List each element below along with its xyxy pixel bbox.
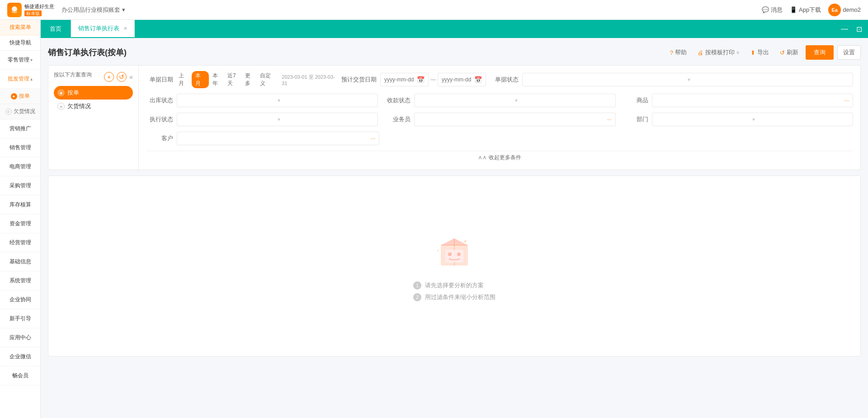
collapse-panel-btn[interactable]: «: [129, 73, 133, 81]
exec-status-label: 执行状态: [146, 115, 173, 124]
sidebar: 搜索菜单 快捷导航 零售管理 ▾ 批发管理 ▴ ● 按单 ○ 欠货情况 营销推广…: [0, 20, 41, 418]
salesperson-more-icon[interactable]: ···: [607, 116, 612, 123]
refresh-icon: ↺: [780, 49, 785, 56]
svg-text:✦: ✦: [463, 239, 467, 244]
shortcut-last-7-days[interactable]: 近7天: [226, 71, 241, 88]
collect-status-select[interactable]: ▾: [414, 94, 615, 107]
ship-status-select[interactable]: ▾: [177, 94, 378, 107]
maximize-btn[interactable]: ⊡: [854, 24, 864, 34]
tab-active[interactable]: 销售订单执行表 ×: [71, 20, 135, 38]
sub-label: 按单: [19, 92, 30, 100]
shortcut-last-month[interactable]: 上月: [177, 71, 190, 88]
goods-more-icon[interactable]: ···: [844, 97, 849, 104]
sidebar-item-retail[interactable]: 零售管理 ▾: [0, 51, 40, 70]
print-btn[interactable]: 🖨 按模板打印 ▾: [694, 47, 743, 58]
sidebar-item-system[interactable]: 系统管理: [0, 271, 40, 290]
empty-hint-2: 2 用过滤条件来缩小分析范围: [413, 293, 495, 301]
sidebar-item-label: 基础信息: [9, 258, 31, 266]
scheme-item-shortage[interactable]: ○ 欠货情况: [54, 100, 133, 113]
header-left: 畅捷通好生意 标准版 办公用品行业模拟账套 ▾: [7, 3, 129, 17]
refresh-scheme-btn[interactable]: ↺: [117, 72, 127, 82]
sidebar-item-basic-info[interactable]: 基础信息: [0, 252, 40, 271]
field-dept: 部门 ▾: [621, 113, 853, 126]
company-name: 办公用品行业模拟账套: [61, 6, 120, 14]
user-area[interactable]: Ea demo2: [828, 4, 861, 16]
sidebar-item-label: 新手引导: [9, 315, 31, 323]
sidebar-item-marketing[interactable]: 营销推广: [0, 119, 40, 138]
minimize-btn[interactable]: —: [839, 24, 850, 34]
sidebar-item-guide[interactable]: 新手引导: [0, 309, 40, 328]
tab-controls: — ⊡: [835, 20, 868, 38]
sidebar-item-wechat[interactable]: 企业微信: [0, 347, 40, 366]
help-btn[interactable]: ? 帮助: [666, 47, 690, 58]
query-button[interactable]: 查询: [806, 45, 834, 60]
export-btn[interactable]: ⬆ 导出: [747, 47, 773, 58]
ship-arrow-icon: ▾: [278, 97, 374, 104]
dept-arrow-icon: ▾: [752, 116, 849, 123]
app-icon: 📱: [790, 6, 797, 13]
sidebar-item-member[interactable]: 畅会员: [0, 366, 40, 385]
page-title-bar: 销售订单执行表(按单) ? 帮助 🖨 按模板打印 ▾ ⬆ 导出: [48, 45, 861, 60]
expected-date-from[interactable]: 📅: [380, 73, 429, 86]
customer-text-input[interactable]: [181, 135, 371, 142]
content-area: 首页 销售订单执行表 × — ⊡ 销售订单执行表(按单) ? 帮助: [41, 20, 868, 418]
sidebar-item-wholesale[interactable]: 批发管理 ▴: [0, 70, 40, 89]
expected-date-to-input[interactable]: [442, 76, 474, 83]
exec-status-select[interactable]: ▾: [177, 113, 378, 126]
salesperson-text-input[interactable]: [418, 116, 607, 123]
collapse-up-icon: ∧∧: [478, 154, 488, 161]
shortcut-this-year[interactable]: 本年: [211, 71, 224, 88]
add-scheme-btn[interactable]: +: [104, 72, 114, 82]
customer-input[interactable]: ···: [177, 132, 379, 145]
refresh-btn[interactable]: ↺ 刷新: [776, 47, 802, 58]
svg-point-0: [12, 6, 17, 12]
expected-date-to[interactable]: 📅: [438, 73, 486, 86]
filter-left-header: 按以下方案查询 + ↺ «: [54, 71, 133, 82]
sidebar-item-app-center[interactable]: 应用中心: [0, 328, 40, 347]
message-btn[interactable]: 💬 消息: [762, 6, 783, 14]
sidebar-item-purchase[interactable]: 采购管理: [0, 176, 40, 195]
help-icon: ?: [670, 49, 673, 56]
filter-left-title: 按以下方案查询: [54, 71, 92, 79]
sidebar-item-ecommerce[interactable]: 电商管理: [0, 157, 40, 176]
sidebar-item-operations[interactable]: 经营管理: [0, 233, 40, 252]
hint-num-1: 1: [413, 281, 421, 290]
sidebar-quick-nav[interactable]: 快捷导航: [0, 35, 40, 51]
calendar-to-icon[interactable]: 📅: [474, 76, 482, 83]
shortcut-this-month[interactable]: 本月: [192, 71, 208, 88]
sidebar-item-finance[interactable]: 资金管理: [0, 214, 40, 233]
tab-home[interactable]: 首页: [41, 20, 71, 38]
tab-close-icon[interactable]: ×: [124, 25, 127, 32]
empty-hints: 1 请先选择要分析的方案 2 用过滤条件来缩小分析范围: [413, 281, 495, 305]
hint-text-2: 用过滤条件来缩小分析范围: [425, 293, 495, 301]
app-download-btn[interactable]: 📱 App下载: [790, 6, 821, 14]
filter-row-1: 单据日期 上月 本月 本年 近7天 更多 自定义: [146, 71, 853, 88]
scheme-dot-icon: ○: [57, 103, 65, 110]
brand-badge: 标准版: [24, 10, 42, 16]
sidebar-item-cooperation[interactable]: 企业协同: [0, 290, 40, 309]
company-selector[interactable]: 办公用品行业模拟账套 ▾: [58, 6, 129, 14]
goods-text-input[interactable]: [656, 97, 844, 104]
doc-status-select[interactable]: ▾: [522, 73, 853, 86]
collapse-bar[interactable]: ∧∧ 收起更多条件: [146, 151, 853, 164]
scheme-item-by-order[interactable]: ● 按单: [54, 86, 133, 100]
setting-button[interactable]: 设置: [837, 45, 861, 60]
sidebar-sub-item-by-order[interactable]: ● 按单: [0, 89, 40, 104]
sidebar-item-inventory[interactable]: 库存核算: [0, 195, 40, 214]
filter-right-panel: 单据日期 上月 本月 本年 近7天 更多 自定义: [139, 66, 860, 170]
dept-select[interactable]: ▾: [652, 113, 853, 126]
calendar-from-icon[interactable]: 📅: [417, 76, 425, 83]
customer-more-icon[interactable]: ···: [371, 135, 375, 142]
field-doc-date: 单据日期 上月 本月 本年 近7天 更多 自定义: [146, 71, 336, 88]
sidebar-search[interactable]: 搜索菜单: [0, 20, 40, 35]
shortcut-more[interactable]: 更多: [243, 71, 256, 88]
field-expected-date: 预计交货日期 📅 — 📅: [341, 73, 486, 86]
expected-date-from-input[interactable]: [384, 76, 417, 83]
goods-input[interactable]: ···: [652, 94, 853, 107]
date-shortcuts: 上月 本月 本年 近7天 更多 自定义: [177, 71, 276, 88]
sidebar-item-sales[interactable]: 销售管理: [0, 138, 40, 157]
shortcut-custom[interactable]: 自定义: [258, 71, 276, 88]
print-icon: 🖨: [698, 49, 703, 56]
sidebar-sub-item-shortage[interactable]: ○ 欠货情况: [0, 104, 40, 119]
salesperson-input[interactable]: ···: [414, 113, 615, 126]
